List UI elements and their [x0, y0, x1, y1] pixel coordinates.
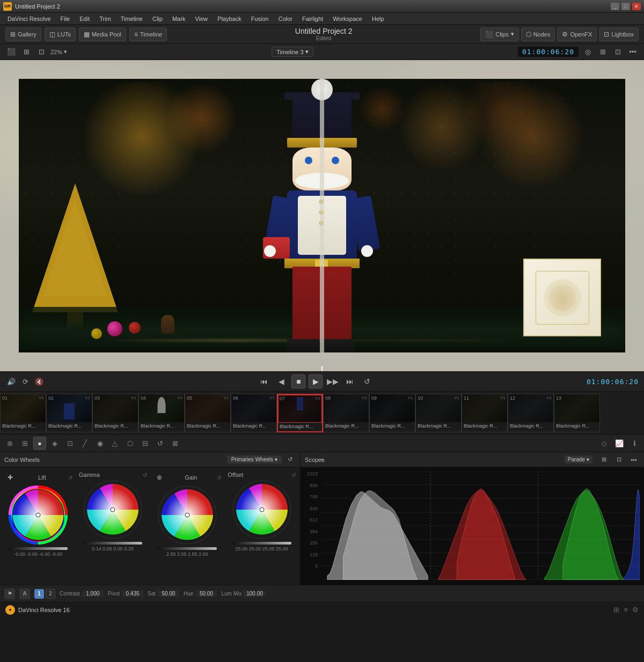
crop-icon-btn[interactable]: ⊡	[35, 46, 47, 58]
view-option-2-icon[interactable]: ⊡	[612, 46, 624, 58]
status-icon-3[interactable]: ⚙	[632, 606, 639, 614]
grid-icon-btn[interactable]: ⊞	[20, 46, 32, 58]
lift-reset[interactable]: ↺	[68, 475, 72, 481]
lightbox-button[interactable]: ⊡ Lightbox	[599, 27, 639, 41]
color-tool-circle[interactable]: ●	[33, 437, 46, 450]
color-tool-6[interactable]: ╱	[78, 437, 91, 450]
menu-view[interactable]: View	[191, 14, 212, 23]
more-options-icon[interactable]: •••	[627, 46, 639, 58]
menu-workspace[interactable]: Workspace	[328, 14, 367, 23]
gain-reset[interactable]: ↺	[217, 475, 221, 481]
zoom-value[interactable]: 22%	[50, 49, 62, 55]
clip-item-05[interactable]: 05 V1 Blackmagic R...	[185, 394, 231, 432]
go-to-start-button[interactable]: ⏮	[257, 374, 271, 388]
scopes-option-2[interactable]: ⊡	[613, 454, 625, 466]
clip-item-06[interactable]: 06 V1 Blackmagic R...	[231, 394, 277, 432]
gamma-color-wheel[interactable]	[83, 480, 142, 539]
minimize-button[interactable]: _	[611, 3, 619, 10]
color-tool-4[interactable]: ◈	[48, 437, 61, 450]
flag-button[interactable]: ⚑	[4, 589, 15, 599]
clip-item-12[interactable]: 12 V1 Blackmagic R...	[508, 394, 554, 432]
menu-file[interactable]: File	[56, 14, 75, 23]
node-2-badge[interactable]: 2	[46, 589, 55, 599]
luts-button[interactable]: ◫ LUTs	[45, 27, 76, 41]
clip-item-10[interactable]: 10 V1 Blackmagic R...	[415, 394, 462, 432]
color-tool-2[interactable]: ⊞	[18, 437, 31, 450]
gain-crosshair-icon[interactable]: ⊕	[153, 472, 165, 483]
menu-fusion[interactable]: Fusion	[247, 14, 273, 23]
wheels-more-icon[interactable]: ↺	[284, 454, 296, 466]
flag-a-button[interactable]: A	[19, 589, 30, 599]
menu-color[interactable]: Color	[274, 14, 297, 23]
timeline-selector[interactable]: Timeline 3 ▾	[272, 47, 313, 57]
view-option-1-icon[interactable]: ⊞	[597, 46, 609, 58]
lift-add-icon[interactable]: ✚	[4, 472, 16, 483]
info-toggle[interactable]: ℹ	[628, 437, 641, 450]
media-pool-button[interactable]: ▦ Media Pool	[79, 27, 126, 41]
speaker-icon[interactable]: 🔊	[5, 376, 17, 387]
clip-item-02[interactable]: 02 V1 Blackmagic R...	[46, 394, 92, 432]
hue-value[interactable]: 50.00	[195, 590, 217, 597]
audio-mute-icon[interactable]: 🔇	[33, 376, 45, 387]
color-tool-9[interactable]: ⬡	[123, 437, 136, 450]
menu-clip[interactable]: Clip	[148, 14, 167, 23]
color-tool-10[interactable]: ⊟	[138, 437, 151, 450]
close-button[interactable]: ✕	[632, 3, 641, 10]
sat-value[interactable]: 50.00	[158, 590, 179, 597]
offset-reset[interactable]: ↺	[291, 472, 296, 478]
openfx-button[interactable]: ⚙ OpenFX	[557, 27, 597, 41]
zoom-control[interactable]: 22% ▾	[50, 48, 67, 55]
stop-button[interactable]: ■	[291, 374, 305, 388]
maximize-button[interactable]: □	[621, 3, 630, 10]
color-tool-5[interactable]: ⊡	[63, 437, 76, 450]
loop-icon[interactable]: ⟳	[19, 376, 31, 387]
status-icon-2[interactable]: ≡	[624, 606, 628, 614]
pivot-value[interactable]: 0.435	[122, 590, 143, 597]
primaries-wheels-selector[interactable]: Primaries Wheels ▾	[227, 455, 282, 464]
parade-selector[interactable]: Parade ▾	[565, 455, 592, 464]
lift-color-wheel[interactable]	[9, 486, 68, 545]
clip-item-04[interactable]: 04 V1 Blackmagic R...	[138, 394, 185, 432]
lift-slider[interactable]	[9, 547, 68, 550]
step-back-button[interactable]: ◀	[274, 374, 288, 388]
menu-davinci[interactable]: DaVinci Resolve	[3, 14, 55, 23]
color-tool-8[interactable]: △	[108, 437, 121, 450]
gain-slider[interactable]	[158, 547, 217, 550]
menu-fairlight[interactable]: Fairlight	[298, 14, 327, 23]
clip-item-01[interactable]: 01 V1 Blackmagic R...	[0, 394, 46, 432]
play-button[interactable]: ▶	[309, 374, 323, 388]
menu-mark[interactable]: Mark	[168, 14, 189, 23]
menu-help[interactable]: Help	[368, 14, 389, 23]
menu-timeline[interactable]: Timeline	[116, 14, 147, 23]
loop-toggle-button[interactable]: ↺	[360, 374, 374, 388]
clip-item-07[interactable]: 07 V1 Blackmagic R...	[277, 394, 323, 432]
scopes-more[interactable]: •••	[628, 454, 640, 466]
color-tool-11[interactable]: ↺	[153, 437, 166, 450]
scopes-option-1[interactable]: ⊞	[598, 454, 610, 466]
color-tool-1[interactable]: ⊕	[3, 437, 16, 450]
clip-item-03[interactable]: 03 V1 Blackmagic R...	[92, 394, 138, 432]
square-icon-btn[interactable]: ⬛	[5, 46, 17, 58]
timecode-settings-icon[interactable]: ◎	[582, 46, 594, 58]
offset-color-wheel[interactable]	[232, 480, 291, 539]
gallery-button[interactable]: ⊞ Gallery	[5, 27, 41, 41]
gamma-slider[interactable]	[83, 542, 142, 545]
menu-trim[interactable]: Trim	[95, 14, 115, 23]
offset-slider[interactable]	[232, 542, 291, 545]
lum-mix-value[interactable]: 100.00	[244, 590, 266, 597]
node-1-badge[interactable]: 1	[34, 589, 44, 599]
clip-item-11[interactable]: 11 V1 Blackmagic R...	[462, 394, 508, 432]
clip-item-13[interactable]: 13 Blackmagic R...	[554, 394, 600, 432]
clips-button[interactable]: ⬛ Clips ▾	[480, 27, 518, 41]
timeline-button[interactable]: ≡ Timeline	[129, 27, 167, 41]
menu-edit[interactable]: Edit	[75, 14, 94, 23]
contrast-value[interactable]: 1.000	[82, 590, 104, 597]
go-to-end-button[interactable]: ⏭	[343, 374, 357, 388]
gain-color-wheel[interactable]	[158, 486, 217, 545]
color-tool-12[interactable]: ⊠	[169, 437, 181, 450]
gamma-reset[interactable]: ↺	[143, 472, 147, 478]
scope-toggle[interactable]: ◇	[598, 437, 611, 450]
chart-toggle[interactable]: 📈	[613, 437, 626, 450]
status-icon-1[interactable]: ⊞	[613, 606, 619, 614]
nodes-button[interactable]: ⬡ Nodes	[521, 27, 555, 41]
